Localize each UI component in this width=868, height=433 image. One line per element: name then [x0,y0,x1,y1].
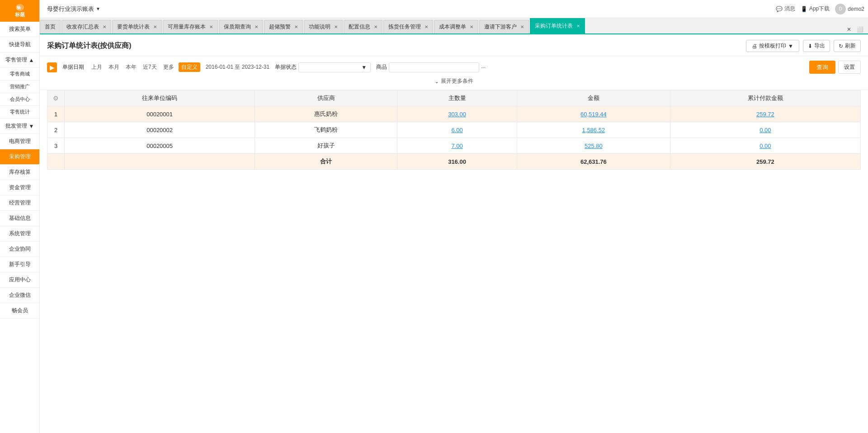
query-btn[interactable]: 查询 [809,61,835,74]
sidebar-item-retail-stats[interactable]: 零售统计 [0,106,39,119]
table-gear-icon[interactable]: ⚙ [53,95,59,102]
row2-num: 2 [47,122,65,138]
shortcut-more[interactable]: 更多 [161,62,176,72]
page-content: 采购订单统计表(按供应商) 🖨 按模板打印 ▼ ⬇ 导出 ↻ 刷新 [40,34,868,433]
filter-area: ▶ 单据日期 上月 本月 本年 近7天 更多 自定义 2016-01-01 至 … [40,56,868,90]
filter-row-1: ▶ 单据日期 上月 本月 本年 近7天 更多 自定义 2016-01-01 至 … [47,61,861,74]
chevron-down-icon-expand: ⌄ [434,78,439,85]
store-selector[interactable]: 母婴行业演示账表 ▼ [43,5,104,13]
message-btn[interactable]: 💬 消息 [776,5,795,13]
phone-icon: 📱 [801,6,807,12]
row2-supplier: 飞鹤奶粉 [255,122,397,138]
date-range-value: 2016-01-01 至 2023-12-31 [206,63,269,71]
tab-available-stock[interactable]: 可用量库存账本 ✕ [163,20,218,33]
status-select[interactable]: ▼ [298,62,371,72]
sidebar-item-operations[interactable]: 经营管理 [0,195,39,211]
chevron-down-icon: ▲ [29,57,34,63]
table-row: 2 00020002 飞鹤奶粉 6.00 1,586.52 0.00 [47,122,861,138]
shortcut-this-year[interactable]: 本年 [124,62,138,72]
goods-filter: 商品 ··· [376,62,486,72]
tab-receive-summary[interactable]: 收发存汇总表 ✕ [61,20,111,33]
user-avatar[interactable]: D demo2 [835,4,864,14]
goods-more-btn[interactable]: ··· [481,64,486,71]
tab-close-cost-adjust[interactable]: ✕ [470,24,473,29]
export-icon: ⬇ [808,43,812,49]
tab-cost-adjust[interactable]: 成本调整单 ✕ [434,20,478,33]
row1-amount: 60,519.44 [517,106,670,122]
shortcut-this-month[interactable]: 本月 [107,62,121,72]
tab-bar: 首页 收发存汇总表 ✕ 要货单统计表 ✕ 可用量库存账本 ✕ 保质期查询 ✕ 超… [40,18,868,34]
shortcut-custom[interactable]: 自定义 [179,62,200,72]
sidebar-item-search[interactable]: 搜索英单 [0,22,39,37]
tab-overstock-alert[interactable]: 超储预警 ✕ [264,20,303,33]
tab-close-purchase-stats[interactable]: ✕ [576,24,580,29]
tab-close-task-mgmt[interactable]: ✕ [425,24,428,29]
tab-close-function-desc[interactable]: ✕ [334,24,338,29]
sidebar-item-member[interactable]: 会员中心 [0,93,39,106]
row1-qty: 303.00 [397,106,517,122]
tab-task-mgmt[interactable]: 拣货任务管理 ✕ [383,20,433,33]
filter-toggle-btn[interactable]: ▶ [47,62,57,72]
refresh-btn[interactable]: ↻ 刷新 [834,40,861,52]
chevron-down-icon-print: ▼ [788,43,793,49]
sidebar-item-basic-info[interactable]: 基础信息 [0,211,39,226]
export-btn[interactable]: ⬇ 导出 [803,40,830,52]
row3-code: 00020005 [65,138,255,154]
app-download-btn[interactable]: 📱 App下载 [801,5,830,13]
tab-close-config-info[interactable]: ✕ [374,24,377,29]
sidebar-item-new-guide[interactable]: 新手引导 [0,257,39,272]
row1-num: 1 [47,106,65,122]
table-row: 3 00020005 好孩子 7.00 525.80 0.00 [47,138,861,154]
status-filter-label: 单据状态 [275,63,297,71]
svg-text:畅: 畅 [16,5,20,10]
tab-home[interactable]: 首页 [40,20,61,33]
topbar-right: 💬 消息 📱 App下载 D demo2 [776,4,864,14]
sidebar: 畅 标题 搜索英单 快捷导航 零售管理 ▲ 零售商城 营销推广 会员中心 零售统… [0,0,40,433]
sidebar-item-ecommerce[interactable]: 电商管理 [0,134,39,149]
sidebar-item-vip[interactable]: 畅会员 [0,303,39,319]
sidebar-item-wholesale[interactable]: 批发管理 ▼ [0,119,39,134]
sidebar-item-quick-nav[interactable]: 快捷导航 [0,37,39,52]
sidebar-logo: 畅 标题 [0,0,39,22]
template-print-btn[interactable]: 🖨 按模板打印 ▼ [746,40,799,52]
message-icon: 💬 [776,6,783,12]
tab-close-invite-downstream[interactable]: ✕ [520,24,524,29]
tab-function-desc[interactable]: 功能说明 ✕ [304,20,343,33]
goods-search-input[interactable] [389,62,479,72]
sidebar-item-finance[interactable]: 资金管理 [0,180,39,195]
sidebar-item-sys-mgmt[interactable]: 系统管理 [0,226,39,242]
row3-qty: 7.00 [397,138,517,154]
tab-close-available-stock[interactable]: ✕ [209,24,213,29]
tab-purchase-stats[interactable]: 采购订单统计表 ✕ [530,18,585,33]
sidebar-item-marketing[interactable]: 营销推广 [0,81,39,93]
shortcut-last-month[interactable]: 上月 [90,62,104,72]
tab-requisition-stats[interactable]: 要货单统计表 ✕ [112,20,162,33]
shortcut-7days[interactable]: 近7天 [141,62,159,72]
sidebar-item-purchase[interactable]: 采购管理 [0,149,39,165]
sidebar-item-app-center[interactable]: 应用中心 [0,272,39,288]
sidebar-item-inventory[interactable]: 库存核算 [0,165,39,180]
tab-close-all-btn[interactable]: ✕ [845,25,853,33]
sidebar-item-enterprise[interactable]: 企业协同 [0,242,39,257]
main-area: 母婴行业演示账表 ▼ 💬 消息 📱 App下载 D demo2 首页 收发存汇总… [40,0,868,433]
col-paid: 累计付款金额 [670,90,860,106]
status-filter: 单据状态 ▼ [275,62,371,72]
col-settings: ⚙ [47,90,65,106]
tab-close-overstock-alert[interactable]: ✕ [294,24,298,29]
tab-maximize-btn[interactable]: ⬜ [855,25,865,33]
tab-config-info[interactable]: 配置信息 ✕ [344,20,382,33]
sidebar-item-retail-store[interactable]: 零售商城 [0,68,39,81]
row3-num: 3 [47,138,65,154]
tab-close-receive-summary[interactable]: ✕ [103,24,106,29]
goods-filter-label: 商品 [376,63,387,71]
logo-icon: 畅 [13,4,27,11]
sidebar-item-enterprise-wechat[interactable]: 企业微信 [0,288,39,303]
expand-more-btn[interactable]: ⌄ 展开更多条件 [434,77,473,85]
tab-close-requisition-stats[interactable]: ✕ [153,24,157,29]
sidebar-item-retail-mgmt[interactable]: 零售管理 ▲ [0,52,39,68]
settings-btn[interactable]: 设置 [838,61,861,74]
col-qty: 主数量 [397,90,517,106]
tab-invite-downstream[interactable]: 邀请下游客户 ✕ [479,20,529,33]
tab-expiry-query[interactable]: 保质期查询 ✕ [219,20,263,33]
tab-close-expiry-query[interactable]: ✕ [255,24,258,29]
